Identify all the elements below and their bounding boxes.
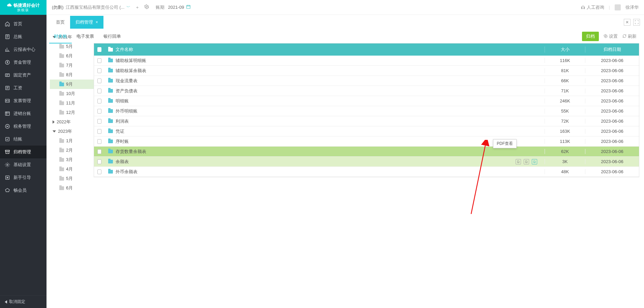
pdf-download-icon[interactable] <box>524 159 529 164</box>
refresh-link[interactable]: 刷新 <box>622 33 637 39</box>
table-row[interactable]: 资产负债表71K2023-06-06 <box>94 86 639 96</box>
file-size: 246K <box>545 98 585 103</box>
table-row[interactable]: 辅助核算明细账116K2023-06-06 <box>94 56 639 66</box>
row-checkbox[interactable] <box>97 129 101 134</box>
select-all-checkbox[interactable] <box>97 47 101 52</box>
user-name[interactable]: 徐泽华 <box>625 4 639 10</box>
sidebar-item-0[interactable]: 首页 <box>0 18 47 30</box>
row-checkbox[interactable] <box>97 159 101 164</box>
table-row[interactable]: 存货数量余额表62K2023-06-06 <box>94 147 639 157</box>
tree-month-label: 11月 <box>66 100 75 106</box>
topbar: (勿删) 江西服宝精品有限责任公司 (... ﹀ ＋ 账期 2021-09 人工… <box>47 0 644 15</box>
table-row[interactable]: 外币余额表48K2023-06-06 <box>94 167 639 177</box>
folder-icon <box>108 150 113 153</box>
sidebar-item-12[interactable]: 新手引导 <box>0 171 47 184</box>
file-date: 2023-06-06 <box>585 78 639 83</box>
table-row[interactable]: 凭证163K2023-06-06 <box>94 126 639 136</box>
close-icon[interactable]: × <box>96 20 98 25</box>
settings-label: 设置 <box>609 33 618 39</box>
tree-month-2-0[interactable]: 1月 <box>50 136 94 146</box>
settings-link[interactable]: 设置 <box>604 33 618 39</box>
fullscreen-icon[interactable]: ⛶ <box>633 19 640 26</box>
inner-tab-einvoice[interactable]: 电子发票 <box>72 30 99 43</box>
tree-month-0-3[interactable]: 8月 <box>50 70 94 80</box>
tree-month-2-2[interactable]: 3月 <box>50 155 94 164</box>
sidebar-item-1[interactable]: 总账 <box>0 30 47 43</box>
tree-month-2-1[interactable]: 2月 <box>50 146 94 155</box>
sidebar-item-4[interactable]: 固定资产 <box>0 69 47 82</box>
folder-icon <box>108 79 113 83</box>
tree-month-0-2[interactable]: 7月 <box>50 61 94 70</box>
row-checkbox[interactable] <box>97 170 101 174</box>
row-checkbox[interactable] <box>97 68 101 73</box>
excel-download-icon[interactable] <box>516 159 521 164</box>
user-avatar-icon[interactable] <box>615 4 621 10</box>
sidebar-item-7[interactable]: 进销台账 <box>0 107 47 120</box>
tab-archive-label: 归档管理 <box>75 20 93 25</box>
sidebar-item-2[interactable]: 云报表中心 <box>0 43 47 56</box>
plus-icon[interactable]: ＋ <box>135 4 140 10</box>
company-selector[interactable]: (勿删) 江西服宝精品有限责任公司 (... ﹀ <box>52 4 130 10</box>
table-row[interactable]: 利润表72K2023-06-06 <box>94 116 639 126</box>
sidebar-item-6[interactable]: 发票管理 <box>0 94 47 107</box>
file-date: 2023-06-06 <box>585 68 639 73</box>
table-row[interactable]: 余额表3K2023-06-06 <box>94 157 639 167</box>
period-value[interactable]: 2021-09 <box>168 5 184 10</box>
sidebar-item-9[interactable]: 结账 <box>0 133 47 146</box>
gear-icon[interactable] <box>144 4 149 10</box>
tab-home[interactable]: 首页 <box>51 16 70 29</box>
row-checkbox[interactable] <box>97 109 101 114</box>
file-size: 66K <box>545 78 585 83</box>
sidebar-item-label: 归档管理 <box>13 149 31 155</box>
tree-month-2-3[interactable]: 4月 <box>50 164 94 174</box>
tree-year-2[interactable]: 2023年 <box>50 127 94 136</box>
tab-archive[interactable]: 归档管理 × <box>70 16 103 29</box>
sidebar-item-5[interactable]: 工资 <box>0 82 47 94</box>
tree-month-label: 10月 <box>66 91 75 97</box>
row-checkbox[interactable] <box>97 89 101 93</box>
table-row[interactable]: 外币明细账55K2023-06-06 <box>94 106 639 116</box>
sidebar-unpin[interactable]: 取消固定 <box>0 295 47 308</box>
year-tree: 2021年5月6月7月8月9月10月11月12月2022年2023年1月2月3月… <box>47 30 94 195</box>
sidebar-item-13[interactable]: 畅会员 <box>0 184 47 197</box>
caret-right-icon <box>53 120 55 124</box>
archive-button[interactable]: 归档 <box>582 32 599 41</box>
tree-month-0-7[interactable]: 12月 <box>50 108 94 117</box>
tree-month-0-6[interactable]: 11月 <box>50 98 94 108</box>
file-date: 2023-06-06 <box>585 149 639 154</box>
sidebar-item-11[interactable]: 基础设置 <box>0 158 47 171</box>
sidebar-item-8[interactable]: 税务管理 <box>0 120 47 133</box>
file-size: 48K <box>545 169 585 174</box>
headset-icon[interactable]: 人工咨询 <box>581 4 604 10</box>
calendar-icon[interactable] <box>186 4 191 10</box>
tree-month-0-1[interactable]: 6月 <box>50 51 94 61</box>
sidebar-item-label: 结账 <box>13 136 22 142</box>
inner-tab-finance[interactable]: 财务账 <box>49 30 72 43</box>
inner-tab-bank[interactable]: 银行回单 <box>99 30 126 43</box>
row-checkbox[interactable] <box>97 58 101 63</box>
row-checkbox[interactable] <box>97 79 101 83</box>
table-row[interactable]: 明细账246K2023-06-06 <box>94 96 639 106</box>
table-row[interactable]: 现金流量表66K2023-06-06 <box>94 76 639 86</box>
table-row[interactable]: 辅助核算余额表81K2023-06-06 <box>94 66 639 76</box>
table-row[interactable]: 序时账113K2023-06-06 <box>94 136 639 147</box>
tree-month-0-4[interactable]: 9月 <box>50 80 94 89</box>
svg-rect-13 <box>187 5 190 8</box>
row-checkbox[interactable] <box>97 119 101 124</box>
tree-year-1[interactable]: 2022年 <box>50 117 94 127</box>
pdf-preview-icon[interactable] <box>532 159 537 164</box>
col-header-size: 大小 <box>545 47 585 53</box>
sidebar-item-label: 发票管理 <box>13 98 31 104</box>
tree-month-2-5[interactable]: 6月 <box>50 183 94 193</box>
tree-month-0-5[interactable]: 10月 <box>50 89 94 98</box>
tree-month-2-4[interactable]: 5月 <box>50 174 94 183</box>
row-checkbox[interactable] <box>97 149 101 154</box>
file-date: 2023-06-06 <box>585 159 639 164</box>
row-checkbox[interactable] <box>97 139 101 144</box>
file-name: 现金流量表 <box>116 78 137 84</box>
row-checkbox[interactable] <box>97 99 101 103</box>
sidebar-item-10[interactable]: 归档管理 <box>0 146 47 158</box>
sidebar-item-label: 固定资产 <box>13 72 31 78</box>
sidebar-item-3[interactable]: 资金管理 <box>0 56 47 69</box>
close-tab-icon[interactable]: ✕ <box>624 19 631 26</box>
